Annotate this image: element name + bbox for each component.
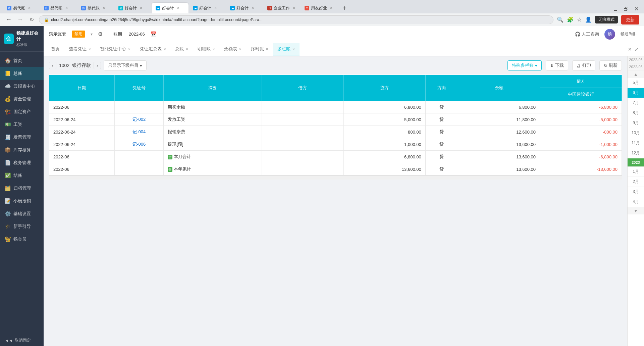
- month-7[interactable]: 7月: [628, 98, 644, 108]
- tab-haokuaiji-2-active[interactable]: ☁ 好会计 ×: [152, 3, 189, 13]
- bookmark-icon[interactable]: ☆: [577, 16, 582, 23]
- sidebar-item-home[interactable]: 🏠 首页: [0, 54, 44, 67]
- tab-close-icon[interactable]: ×: [177, 6, 179, 10]
- prev-account-button[interactable]: ‹: [49, 62, 56, 69]
- tab-close-icon[interactable]: ×: [293, 6, 295, 10]
- sidebar-item-finance[interactable]: 💰 资金管理: [0, 93, 44, 105]
- multi-col-button[interactable]: 特殊多栏账 ▾: [507, 60, 542, 70]
- close-icon[interactable]: ✕: [634, 6, 639, 12]
- sidebar-item-tax[interactable]: 📄 税务管理: [0, 156, 44, 169]
- tab-close-icon[interactable]: ×: [28, 6, 31, 10]
- tab-close-icon[interactable]: ×: [103, 6, 105, 10]
- download-button[interactable]: ⬇ 下载: [546, 60, 568, 70]
- sidebar-item-salary[interactable]: 💵 工资: [0, 118, 44, 131]
- sidebar-unpin[interactable]: ◄◄ 取消固定: [0, 334, 44, 346]
- service-link[interactable]: 🎧 人工咨询: [575, 31, 599, 37]
- extension-icon[interactable]: 🧩: [567, 16, 574, 23]
- tab-home[interactable]: 首页: [46, 43, 64, 55]
- voucher-link[interactable]: 记-004: [132, 129, 146, 134]
- tab-smart-voucher[interactable]: 智能凭证中心 ×: [95, 43, 135, 55]
- cell-voucher[interactable]: 记-006: [115, 138, 164, 151]
- tab-voucher-summary[interactable]: 凭证汇总表 ×: [135, 43, 170, 55]
- month-3[interactable]: 3月: [628, 187, 644, 197]
- tab-multi-col[interactable]: 多栏账 ×: [273, 43, 299, 55]
- month-9[interactable]: 9月: [628, 118, 644, 128]
- sidebar-item-guide[interactable]: 🎓 新手引导: [0, 220, 44, 233]
- scroll-down-button[interactable]: ▼: [628, 207, 644, 214]
- dropdown-arrow[interactable]: ▾: [91, 32, 93, 37]
- expand-panel-icon[interactable]: ⤢: [635, 47, 639, 52]
- tab-close-icon[interactable]: ×: [252, 6, 254, 10]
- month-4[interactable]: 4月: [628, 197, 644, 207]
- sidebar-item-ledger[interactable]: 📒 总账: [0, 67, 44, 80]
- tab-general-ledger[interactable]: 总账 ×: [170, 43, 193, 55]
- filter-button[interactable]: 只显示下级科目 ▾: [104, 60, 147, 70]
- cell-voucher[interactable]: 记-004: [115, 126, 164, 138]
- voucher-link[interactable]: 记-002: [132, 117, 146, 122]
- tab-yidaizhang-1[interactable]: 账 易代账 ×: [3, 3, 40, 13]
- next-account-button[interactable]: ›: [94, 62, 101, 69]
- user-avatar[interactable]: 畅: [604, 29, 615, 40]
- sidebar-item-invoice[interactable]: 🧾 发票管理: [0, 131, 44, 144]
- tab-enterprise[interactable]: C 企业工作 ×: [263, 3, 300, 13]
- sidebar-item-member[interactable]: 👑 畅会员: [0, 233, 44, 246]
- month-10[interactable]: 10月: [628, 128, 644, 138]
- tab-close[interactable]: ×: [266, 47, 268, 51]
- tab-close[interactable]: ×: [89, 47, 91, 51]
- sidebar-item-close-account[interactable]: ✅ 结账: [0, 169, 44, 182]
- tab-close[interactable]: ×: [292, 47, 294, 51]
- settings-icon[interactable]: ⚙: [98, 31, 103, 37]
- tab-yonyou[interactable]: 用 用友好业 ×: [301, 3, 337, 13]
- month-6[interactable]: 6月: [628, 88, 644, 98]
- month-11[interactable]: 11月: [628, 138, 644, 148]
- update-button[interactable]: 更新: [621, 15, 639, 24]
- scroll-up-button[interactable]: ▲: [628, 70, 644, 78]
- tab-balance-sheet[interactable]: 余额表 ×: [219, 43, 246, 55]
- tab-journal[interactable]: 序时账 ×: [246, 43, 273, 55]
- month-2[interactable]: 2月: [628, 177, 644, 187]
- tab-close[interactable]: ×: [164, 47, 166, 51]
- tab-yidaizhang-3[interactable]: 账 易代账 ×: [77, 3, 114, 13]
- refresh-button[interactable]: ↻ 刷新: [599, 60, 622, 70]
- refresh-button[interactable]: ↻: [28, 16, 36, 23]
- tab-view-voucher[interactable]: 查看凭证 ×: [64, 43, 95, 55]
- sidebar-item-cloud-reports[interactable]: ☁️ 云报表中心: [0, 80, 44, 93]
- tab-haokuaiji-4[interactable]: ☁ 好会计 ×: [226, 3, 263, 13]
- month-1[interactable]: 1月: [628, 167, 644, 177]
- sidebar-item-inventory[interactable]: 📦 库存核算: [0, 144, 44, 156]
- tab-haokuaiji-1[interactable]: 会 好会计 ×: [114, 3, 151, 13]
- tab-close[interactable]: ×: [186, 47, 188, 51]
- dropdown-icon: ▾: [140, 63, 142, 68]
- scrollbar-area[interactable]: [49, 176, 622, 180]
- profile-icon[interactable]: 👤: [585, 16, 592, 23]
- sidebar-item-expense[interactable]: 📝 小畅报销: [0, 195, 44, 207]
- tab-close[interactable]: ×: [213, 47, 215, 51]
- tab-close-icon[interactable]: ×: [65, 6, 68, 10]
- forward-button[interactable]: →: [16, 16, 24, 23]
- tab-close[interactable]: ×: [239, 47, 241, 51]
- tab-yidaizhang-2[interactable]: 账 易代账 ×: [40, 3, 77, 13]
- sidebar-item-settings[interactable]: ⚙️ 基础设置: [0, 207, 44, 220]
- tab-close-icon[interactable]: ×: [214, 6, 217, 10]
- tab-close-icon[interactable]: ×: [140, 6, 142, 10]
- sidebar-item-archive[interactable]: 🗂️ 归档管理: [0, 182, 44, 195]
- tab-add-button[interactable]: +: [339, 3, 350, 13]
- tab-close-icon[interactable]: ×: [330, 6, 332, 10]
- print-button[interactable]: 🖨 打印: [572, 60, 595, 70]
- sidebar-item-assets[interactable]: 🏗️ 固定资产: [0, 105, 44, 118]
- minimize-icon[interactable]: 🗕: [613, 6, 618, 12]
- url-field[interactable]: 🔒 cloud2.chanjet.com/accounting/uh26t264…: [39, 15, 553, 24]
- search-icon[interactable]: 🔍: [557, 16, 564, 23]
- back-button[interactable]: ←: [5, 16, 13, 23]
- voucher-link[interactable]: 记-006: [132, 142, 146, 147]
- tab-haokuaiji-3[interactable]: ☁ 好会计 ×: [189, 3, 226, 13]
- tab-detail-ledger[interactable]: 明细账 ×: [193, 43, 219, 55]
- month-12[interactable]: 12月: [628, 148, 644, 158]
- collapse-panel-icon[interactable]: ✕: [628, 47, 632, 52]
- calendar-icon[interactable]: 📅: [150, 31, 157, 37]
- tab-close[interactable]: ×: [128, 47, 130, 51]
- restore-icon[interactable]: 🗗: [624, 6, 629, 12]
- cell-voucher[interactable]: 记-002: [115, 113, 164, 126]
- month-5[interactable]: 5月: [628, 78, 644, 88]
- month-8[interactable]: 8月: [628, 108, 644, 118]
